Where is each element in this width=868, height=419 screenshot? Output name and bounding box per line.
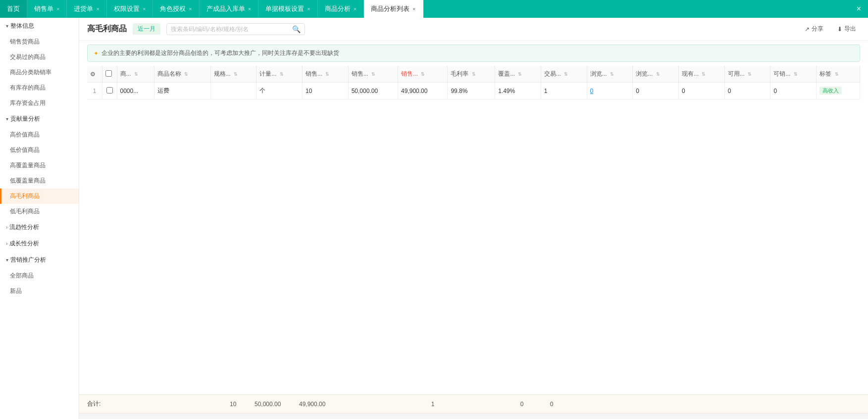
chevron-right-icon: › bbox=[6, 225, 7, 230]
footer-spacer5 bbox=[467, 401, 497, 408]
header-actions: ↗ 分享 ⬇ 导出 bbox=[801, 23, 860, 35]
period-button[interactable]: 近一月 bbox=[133, 23, 160, 35]
footer-sales-qty-val: 10 bbox=[209, 401, 239, 408]
content-header: 高毛利商品 近一月 🔍 ↗ 分享 ⬇ 导出 bbox=[79, 18, 868, 41]
col-settings[interactable]: ⚙ bbox=[87, 66, 102, 83]
close-icon[interactable]: × bbox=[189, 6, 192, 12]
row-code: 0000... bbox=[117, 83, 154, 99]
row-checkbox-cell bbox=[102, 83, 117, 99]
search-box: 🔍 bbox=[166, 23, 305, 35]
nav-purchase-order[interactable]: 进货单 × bbox=[67, 0, 106, 18]
close-icon[interactable]: × bbox=[96, 6, 99, 12]
info-icon: ✦ bbox=[94, 50, 99, 57]
sidebar-item-all-goods[interactable]: 全部商品 bbox=[0, 268, 79, 283]
select-all-checkbox[interactable] bbox=[105, 70, 112, 77]
bottom-scrollbar[interactable] bbox=[79, 413, 868, 419]
nav-role-auth[interactable]: 角色授权 × bbox=[153, 0, 199, 18]
row-views1: 0 bbox=[587, 83, 633, 99]
search-input[interactable] bbox=[171, 26, 292, 33]
nav-product-analysis-list[interactable]: 商品分析列表 × bbox=[364, 0, 423, 18]
share-button[interactable]: ↗ 分享 bbox=[801, 23, 827, 35]
col-code[interactable]: 商... ⇅ bbox=[117, 66, 154, 83]
col-coverage[interactable]: 覆盖... ⇅ bbox=[495, 66, 541, 83]
col-tag[interactable]: 标签 ⇅ bbox=[817, 66, 860, 83]
footer-spacer3 bbox=[368, 401, 408, 408]
search-icon[interactable]: 🔍 bbox=[292, 25, 301, 33]
sidebar-item-high-value[interactable]: 高价值商品 bbox=[0, 127, 79, 142]
export-button[interactable]: ⬇ 导出 bbox=[833, 23, 860, 35]
close-icon[interactable]: × bbox=[307, 6, 310, 12]
row-sales-qty: 10 bbox=[302, 83, 348, 99]
top-navigation: 首页 销售单 × 进货单 × 权限设置 × 角色授权 × 产成品入库单 × 单据… bbox=[0, 0, 868, 18]
row-name: 运费 bbox=[154, 83, 210, 99]
col-spec[interactable]: 规格... ⇅ bbox=[210, 66, 256, 83]
tag-badge: 高收入 bbox=[819, 87, 842, 94]
sidebar-item-low-value[interactable]: 低价值商品 bbox=[0, 142, 79, 158]
col-available[interactable]: 可用... ⇅ bbox=[724, 66, 770, 83]
sidebar-item-stock-capital[interactable]: 库存资金占用 bbox=[0, 95, 79, 111]
nav-product-stock[interactable]: 产成品入库单 × bbox=[200, 0, 258, 18]
footer-transactions-val: 1 bbox=[408, 401, 437, 408]
close-icon[interactable]: × bbox=[143, 6, 146, 12]
close-icon[interactable]: × bbox=[412, 6, 415, 12]
row-tag: 高收入 bbox=[817, 83, 860, 99]
nav-permissions[interactable]: 权限设置 × bbox=[107, 0, 153, 18]
col-sales-qty[interactable]: 销售... ⇅ bbox=[302, 66, 348, 83]
sidebar-item-high-coverage[interactable]: 高覆盖量商品 bbox=[0, 158, 79, 173]
col-transactions[interactable]: 交易... ⇅ bbox=[541, 66, 587, 83]
col-sellable[interactable]: 可销... ⇅ bbox=[770, 66, 817, 83]
sidebar-section-growth[interactable]: › 成长性分析 bbox=[0, 235, 79, 252]
nav-template-settings[interactable]: 单据模板设置 × bbox=[258, 0, 317, 18]
sidebar-section-overall[interactable]: ▾ 整体信息 bbox=[0, 18, 79, 34]
col-name[interactable]: 商品名称 ⇅ bbox=[154, 66, 210, 83]
footer-spacer1 bbox=[180, 401, 209, 408]
col-views1[interactable]: 浏览... ⇅ bbox=[587, 66, 633, 83]
share-icon: ↗ bbox=[805, 26, 810, 33]
sidebar: « ▾ 整体信息 销售货商品 交易过的商品 商品分类助销率 有库存的商品 库存资… bbox=[0, 18, 79, 419]
col-views2[interactable]: 浏览... ⇅ bbox=[633, 66, 679, 83]
content-area: 高毛利商品 近一月 🔍 ↗ 分享 ⬇ 导出 ✦ 企业的主要的利润都是这部分商品创… bbox=[79, 18, 868, 419]
footer-sales-qty bbox=[120, 401, 180, 408]
row-num: 1 bbox=[87, 83, 102, 99]
sidebar-item-sales-goods[interactable]: 销售货商品 bbox=[0, 34, 79, 49]
close-all-button[interactable]: × bbox=[850, 0, 868, 18]
sidebar-item-new-goods[interactable]: 新品 bbox=[0, 283, 79, 299]
close-icon[interactable]: × bbox=[248, 6, 251, 12]
footer-sales-cost-val: 49,900.00 bbox=[284, 401, 328, 408]
table-row: 1 0000... 运费 个 10 50,000.00 49,900.00 99… bbox=[87, 83, 860, 99]
col-current[interactable]: 现有... ⇅ bbox=[679, 66, 725, 83]
col-gross-rate[interactable]: 毛利率 ⇅ bbox=[448, 66, 495, 83]
col-unit[interactable]: 计量... ⇅ bbox=[256, 66, 303, 83]
row-checkbox[interactable] bbox=[106, 87, 113, 93]
row-coverage: 1.49% bbox=[495, 83, 541, 99]
sidebar-item-low-margin[interactable]: 低毛利商品 bbox=[0, 204, 79, 219]
row-sales-cost: 49,900.00 bbox=[398, 83, 448, 99]
row-transactions: 1 bbox=[541, 83, 587, 99]
footer-spacer2 bbox=[328, 401, 368, 408]
nav-sales-order[interactable]: 销售单 × bbox=[27, 0, 67, 18]
row-views2: 0 bbox=[633, 83, 679, 99]
sidebar-item-stock-goods[interactable]: 有库存的商品 bbox=[0, 80, 79, 95]
chevron-right-icon: › bbox=[6, 241, 7, 246]
footer-spacer4 bbox=[437, 401, 467, 408]
row-spec bbox=[210, 83, 256, 99]
sidebar-item-high-margin[interactable]: 高毛利商品 bbox=[0, 188, 79, 204]
sidebar-item-category-rate[interactable]: 商品分类助销率 bbox=[0, 65, 79, 80]
chevron-down-icon: ▾ bbox=[6, 257, 8, 263]
sidebar-section-marketing[interactable]: ▾ 营销推广分析 bbox=[0, 252, 79, 268]
close-icon[interactable]: × bbox=[354, 6, 357, 12]
sidebar-item-low-coverage[interactable]: 低覆盖量商品 bbox=[0, 173, 79, 188]
views1-link[interactable]: 0 bbox=[590, 88, 594, 94]
nav-product-analysis[interactable]: 商品分析 × bbox=[318, 0, 364, 18]
sidebar-item-traded-goods[interactable]: 交易过的商品 bbox=[0, 49, 79, 65]
col-sales-cost[interactable]: 销售... ⇅ bbox=[398, 66, 448, 83]
close-icon[interactable]: × bbox=[56, 6, 59, 12]
col-sales-amt[interactable]: 销售... ⇅ bbox=[348, 66, 398, 83]
sidebar-section-contribution[interactable]: ▾ 贡献量分析 bbox=[0, 111, 79, 127]
row-sellable: 0 bbox=[770, 83, 817, 99]
col-checkbox bbox=[102, 66, 117, 83]
info-bar: ✦ 企业的主要的利润都是这部分商品创造的，可考虑加大推广，同时关注库存是不要出现… bbox=[87, 45, 860, 62]
sidebar-section-trend[interactable]: › 流趋性分析 bbox=[0, 219, 79, 235]
sidebar-collapse-button[interactable]: « bbox=[79, 219, 79, 238]
nav-home[interactable]: 首页 bbox=[0, 0, 27, 18]
